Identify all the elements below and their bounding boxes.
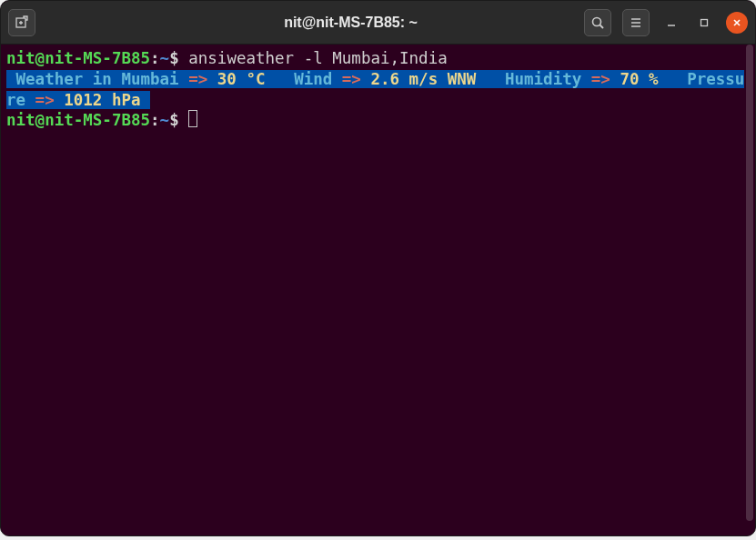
cursor — [188, 110, 197, 127]
terminal-window: nit@nit-MS-7B85: ~ — [0, 0, 756, 536]
weather-temp: 30 °C — [217, 70, 266, 88]
close-icon — [732, 18, 741, 27]
maximize-button[interactable] — [693, 12, 715, 34]
weather-wind-label: Wind — [294, 70, 332, 88]
weather-arrow-3: => — [581, 70, 620, 88]
minimize-button[interactable] — [660, 12, 682, 34]
weather-humidity: 70 % — [620, 70, 658, 88]
weather-arrow-4: => — [25, 91, 64, 109]
weather-location-label: Weather in Mumbai — [16, 70, 179, 88]
prompt-user-2: nit@nit-MS-7B85 — [6, 111, 150, 129]
maximize-icon — [700, 18, 709, 27]
menu-button[interactable] — [622, 9, 650, 36]
search-icon — [590, 15, 605, 30]
titlebar: nit@nit-MS-7B85: ~ — [1, 1, 755, 45]
prompt-symbol-2: $ — [169, 111, 179, 129]
prompt-separator: : — [150, 49, 160, 67]
prompt-separator-2: : — [150, 111, 160, 129]
svg-point-3 — [593, 17, 601, 25]
prompt-path-2: ~ — [160, 111, 170, 129]
prompt-symbol: $ — [169, 49, 179, 67]
search-button[interactable] — [584, 9, 611, 36]
weather-arrow-1: => — [179, 70, 217, 88]
weather-wind: 2.6 m/s WNW — [370, 70, 476, 88]
svg-rect-9 — [701, 19, 708, 25]
scrollbar-thumb[interactable] — [746, 45, 753, 521]
prompt-line-1: nit@nit-MS-7B85:~$ ansiweather -l Mumbai… — [6, 48, 750, 69]
weather-pressure: 1012 hPa — [64, 91, 140, 109]
svg-line-4 — [600, 25, 604, 28]
window-title: nit@nit-MS-7B85: ~ — [117, 15, 584, 31]
hamburger-icon — [629, 15, 643, 30]
terminal-body[interactable]: nit@nit-MS-7B85:~$ ansiweather -l Mumbai… — [1, 45, 755, 535]
prompt-path: ~ — [160, 49, 170, 67]
weather-humidity-label: Humidity — [505, 70, 581, 88]
ansiweather-output: Weather in Mumbai => 30 °C Wind => 2.6 m… — [6, 69, 750, 111]
weather-arrow-2: => — [332, 70, 370, 88]
new-tab-button[interactable] — [8, 9, 35, 36]
close-button[interactable] — [726, 12, 748, 34]
scrollbar[interactable] — [744, 45, 755, 535]
prompt-user: nit@nit-MS-7B85 — [6, 49, 150, 67]
minimize-icon — [667, 18, 676, 27]
typed-command: ansiweather -l Mumbai,India — [188, 49, 447, 67]
prompt-line-2: nit@nit-MS-7B85:~$ — [6, 110, 750, 131]
new-tab-icon — [15, 15, 29, 30]
